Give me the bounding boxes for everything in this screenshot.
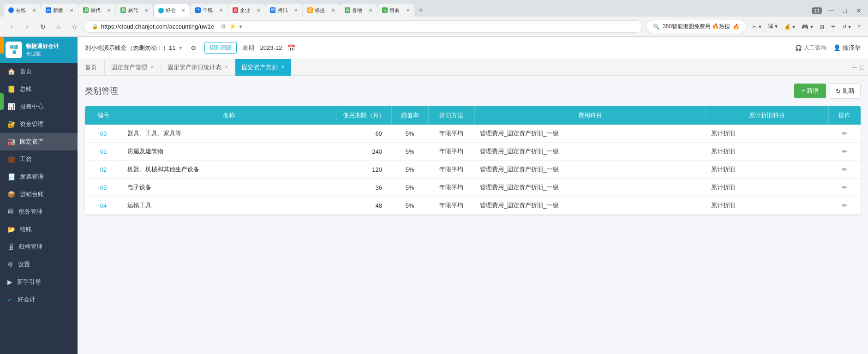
row1-action[interactable]: ✏ (828, 125, 861, 143)
wallet-tool[interactable]: 💰 ▾ (782, 24, 797, 30)
nav-home[interactable]: ⌂ (53, 21, 65, 33)
tab-7-close[interactable]: ✕ (257, 8, 260, 13)
row2-action[interactable]: ✏ (828, 143, 861, 161)
nav-forward[interactable]: › (21, 21, 33, 33)
tab-3-close[interactable]: ✕ (107, 8, 111, 13)
browser-tab-10[interactable]: 各 各地 ✕ (340, 4, 377, 17)
tab-6-close[interactable]: ✕ (219, 8, 223, 13)
settle-label: 结账 (20, 225, 32, 234)
sidebar-item-tax[interactable]: 🏛 税务管理 (0, 203, 78, 221)
browser-close[interactable]: ✕ (853, 7, 864, 14)
sidebar-item-fixed[interactable]: 🏭 固定资产 (0, 133, 78, 150)
dropdown-icon[interactable]: ▾ (179, 44, 182, 51)
tab-8-close[interactable]: ✕ (294, 8, 298, 13)
row2-residual: 5% (391, 143, 428, 161)
sidebar-item-ledger[interactable]: 📒 总账 (0, 80, 78, 98)
browser-tab-4[interactable]: 易 易代 ✕ (116, 4, 153, 17)
user-info[interactable]: 👤 徐泽华 (833, 44, 861, 52)
side-indicators (0, 37, 4, 110)
sidebar-item-stock[interactable]: 📦 进销台账 (0, 186, 78, 203)
nav-reload[interactable]: ↻ (37, 21, 49, 33)
tab-11-close[interactable]: ✕ (406, 8, 410, 13)
browser-tab-9[interactable]: 畅 畅提 ✕ (303, 4, 340, 17)
row5-action[interactable]: ✏ (828, 197, 861, 215)
calendar-icon[interactable]: 📅 (287, 44, 295, 52)
switch-btn[interactable]: 切到旧版 (204, 42, 237, 54)
sidebar-item-archive[interactable]: 🗄 归档管理 (0, 238, 78, 256)
row1-name: 器具、工具、家具等 (122, 125, 336, 143)
sidebar: 畅捷通 畅捷通好会计 专业版 🏠 首页 📒 总账 📊 报表中心 (0, 37, 78, 354)
tab-5-close[interactable]: ✕ (181, 8, 185, 13)
browser-tab-11[interactable]: S 目前 ✕ (377, 4, 414, 17)
tax-icon: 🏛 (7, 208, 14, 216)
home-label: 首页 (20, 67, 32, 76)
sidebar-item-salary[interactable]: 💼 工资 (0, 150, 78, 168)
browser-tab-8[interactable]: 腾 腾讯 ✕ (265, 4, 302, 17)
nav-back[interactable]: ‹ (6, 21, 18, 33)
game-tool[interactable]: 🎮 ▾ (800, 24, 814, 30)
page-tab-home[interactable]: 首页 (78, 59, 105, 76)
page-tab-depreciation[interactable]: 固定资产折旧统计表 ✕ (161, 59, 235, 76)
browser-tab-2[interactable]: W 新版 ✕ (41, 4, 78, 17)
browser-tab-5[interactable]: 好会 ✕ (153, 4, 190, 17)
translate-tool[interactable]: 译 ▾ (766, 23, 779, 30)
brand-info: 畅捷通好会计 专业版 (26, 42, 59, 57)
maximize-panel[interactable]: □ (861, 64, 864, 71)
tab-10-label: 各地 (352, 7, 362, 14)
minimize-panel[interactable]: ─ (852, 64, 857, 71)
row3-action[interactable]: ✏ (828, 161, 861, 179)
table-header: 编号 名称 使用期限（月） 残值率 折旧方法 费用科目 累计折旧科目 操作 (85, 106, 861, 125)
settings-btn[interactable]: ⚙ (188, 42, 199, 54)
tab-11-label: 目前 (389, 7, 400, 14)
row1-residual: 5% (391, 125, 428, 143)
search-box[interactable]: 🔍 360智能抠图免费用 🔥热搜 🔥 (646, 20, 747, 33)
row5-period: 48 (336, 197, 391, 215)
funds-label: 资金管理 (20, 120, 44, 128)
row5-name: 运输工具 (122, 197, 336, 215)
cut-tool[interactable]: ✂ ▾ (750, 24, 763, 30)
tab-1-close[interactable]: ✕ (32, 8, 36, 13)
menu-tool[interactable]: ≡ (856, 24, 862, 30)
sidebar-item-report[interactable]: 📊 报表中心 (0, 98, 78, 115)
tab-4-close[interactable]: ✕ (144, 8, 148, 13)
close-tab-3[interactable]: ✕ (281, 64, 285, 70)
tab-3-label: 易代 (90, 7, 101, 14)
new-tab-btn[interactable]: + (415, 4, 427, 17)
row4-action[interactable]: ✏ (828, 179, 861, 197)
browser-tab-6[interactable]: 个 个税 ✕ (191, 4, 227, 17)
refresh-btn[interactable]: ↻ 刷新 (830, 83, 861, 99)
add-btn[interactable]: + 新增 (794, 84, 826, 98)
browser-tab-3[interactable]: 易 易代 ✕ (78, 4, 115, 17)
table-row: 05 电子设备 36 5% 年限平均 管理费用_固定资产折旧_一级 累计折旧 ✏ (85, 179, 861, 197)
history-tool[interactable]: ↺ ▾ (840, 24, 853, 30)
tab-count-badge: 11 (812, 7, 822, 14)
invoice-label: 发票管理 (20, 173, 44, 181)
sidebar-item-good[interactable]: ✓ 好会计 (0, 291, 78, 308)
close-tab-1[interactable]: ✕ (150, 64, 154, 70)
browser-maximize[interactable]: □ (840, 7, 850, 14)
nav-star[interactable]: ☆ (68, 21, 80, 33)
ledger-label: 总账 (20, 85, 32, 93)
table-row: 03 器具、工具、家具等 60 5% 年限平均 管理费用_固定资产折旧_一级 累… (85, 125, 861, 143)
sidebar-item-funds[interactable]: 🔐 资金管理 (0, 115, 78, 133)
browser-tab-7[interactable]: 企 企业 ✕ (228, 4, 265, 17)
page-tab-fixed-mgmt[interactable]: 固定资产管理 ✕ (105, 59, 161, 76)
close-tab-2[interactable]: ✕ (224, 64, 228, 70)
page-tab-category[interactable]: 固定资产类别 ✕ (235, 59, 291, 76)
browser-tab-1[interactable]: 在线 ✕ (4, 4, 41, 17)
sidebar-item-invoice[interactable]: 🧾 发票管理 (0, 168, 78, 186)
sidebar-item-home[interactable]: 🏠 首页 (0, 63, 78, 80)
sidebar-item-guide[interactable]: ▶ 新手引导 (0, 273, 78, 291)
grid-tool[interactable]: ⊞ (818, 24, 826, 30)
brightness-tool[interactable]: ☀ (829, 24, 838, 30)
tab-2-close[interactable]: ✕ (70, 8, 73, 13)
brand-name: 畅捷通好会计 (26, 42, 59, 50)
url-bar[interactable]: 🔒 https://cloud.chanjet.com/accounting/u… (84, 20, 642, 33)
consult-btn[interactable]: 🎧 人工咨询 (795, 44, 826, 52)
sidebar-item-settle[interactable]: 📂 结账 (0, 221, 78, 238)
browser-minimize[interactable]: ─ (826, 6, 836, 15)
row5-expense: 管理费用_固定资产折旧_一级 (474, 197, 706, 215)
tab-10-close[interactable]: ✕ (369, 8, 372, 13)
tab-9-close[interactable]: ✕ (331, 8, 335, 13)
sidebar-item-settings[interactable]: ⚙ 设置 (0, 256, 78, 273)
